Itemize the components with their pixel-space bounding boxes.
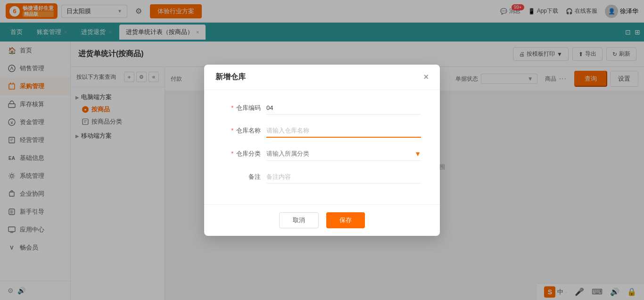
modal-footer: 取消 保存 [204,204,440,236]
form-row-name: * 仓库名称 [223,124,421,138]
code-label: * 仓库编码 [223,104,261,112]
name-input[interactable] [266,124,421,138]
remark-label: 备注 [223,173,261,181]
cancel-button[interactable]: 取消 [279,212,319,228]
category-dropdown-icon: ▼ [414,150,421,158]
remark-input[interactable] [266,170,421,183]
modal-header: 新增仓库 × [204,65,440,90]
category-select[interactable]: ▼ [266,147,421,161]
modal-body: * 仓库编码 * 仓库名称 * 仓库分类 [204,90,440,204]
category-input[interactable] [266,150,414,157]
add-warehouse-modal: 新增仓库 × * 仓库编码 * 仓库名称 [204,65,440,236]
save-button[interactable]: 保存 [326,212,365,228]
code-input[interactable] [266,101,421,115]
modal-overlay: 新增仓库 × * 仓库编码 * 仓库名称 [0,0,644,300]
form-row-category: * 仓库分类 ▼ [223,147,421,161]
form-row-code: * 仓库编码 [223,101,421,115]
modal-close-icon[interactable]: × [423,72,429,82]
form-row-remark: 备注 [223,170,421,183]
modal-title: 新增仓库 [215,72,246,82]
name-label: * 仓库名称 [223,126,261,135]
category-label: * 仓库分类 [223,150,261,158]
